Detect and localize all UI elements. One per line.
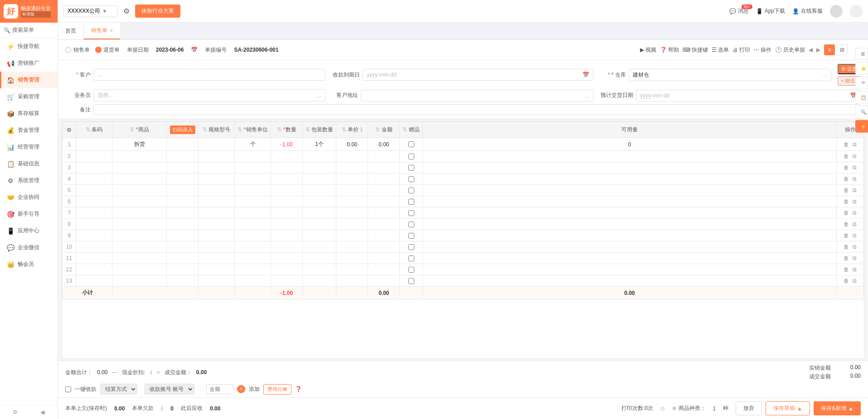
copy-row-btn[interactable]: ⧉: [853, 244, 857, 250]
cell-amount[interactable]: [368, 207, 400, 219]
delete-row-btn[interactable]: 🗑: [844, 232, 849, 239]
copy-row-btn[interactable]: ⧉: [853, 210, 857, 216]
cell-unit-price[interactable]: [336, 253, 368, 264]
cell-amount[interactable]: [368, 241, 400, 253]
delete-row-btn[interactable]: 🗑: [844, 266, 849, 273]
video-btn[interactable]: ▶ 视频: [640, 46, 656, 54]
tab-home[interactable]: 首页: [58, 23, 84, 39]
cell-spec[interactable]: [199, 185, 235, 196]
cell-pack-qty[interactable]: [303, 207, 336, 219]
prev-record-btn[interactable]: ◀: [809, 47, 813, 53]
user-avatar2[interactable]: [850, 5, 863, 18]
sidebar-item-system[interactable]: ⚙ 系统管理: [0, 172, 58, 189]
add-payment-btn[interactable]: +: [237, 385, 245, 393]
remark-input[interactable]: [93, 104, 861, 115]
scan-btn[interactable]: 扫码录入: [170, 125, 195, 134]
cell-product[interactable]: [112, 207, 167, 219]
cell-unit-price[interactable]: [336, 151, 368, 162]
cell-qty[interactable]: [271, 253, 303, 264]
cell-unit[interactable]: [235, 275, 271, 287]
history-btn[interactable]: 🕐 历史单据: [775, 46, 805, 54]
cell-qty[interactable]: [271, 151, 303, 162]
cell-gift[interactable]: [400, 264, 422, 275]
cell-pack-qty[interactable]: 1个: [303, 138, 336, 151]
cell-unit[interactable]: 个: [235, 138, 271, 151]
online-service-btn[interactable]: 👤 在线客服: [792, 7, 823, 15]
cell-unit-price[interactable]: [336, 230, 368, 241]
sidebar-item-guide[interactable]: 🎯 新手引导: [0, 206, 58, 222]
cell-gift[interactable]: [400, 196, 422, 207]
cell-product[interactable]: [112, 253, 167, 264]
cell-qty[interactable]: [271, 185, 303, 196]
expense-btn[interactable]: 费用分摊: [263, 384, 291, 395]
tab-close-btn[interactable]: ×: [110, 28, 113, 33]
cell-unit-price[interactable]: [336, 196, 368, 207]
message-btn[interactable]: 💬 消息 99+: [729, 7, 749, 15]
warehouse-input[interactable]: 建材仓 ...: [629, 69, 831, 81]
cell-barcode[interactable]: [76, 207, 112, 219]
trial-btn[interactable]: 体验行业方案: [135, 5, 180, 18]
copy-row-btn[interactable]: ⧉: [853, 176, 857, 182]
quick-btn-2[interactable]: ⭐: [855, 62, 868, 74]
salesperson-input[interactable]: 选择... ...: [93, 89, 325, 101]
cell-spec[interactable]: [199, 275, 235, 287]
delete-row-btn[interactable]: 🗑: [844, 221, 849, 227]
cell-unit-price[interactable]: [336, 207, 368, 219]
customer-input[interactable]: ...: [93, 69, 325, 81]
cell-spec[interactable]: [199, 207, 235, 219]
cell-pack-qty[interactable]: [303, 253, 336, 264]
cell-gift[interactable]: [400, 253, 422, 264]
account-select[interactable]: 收款账号 账号: [145, 384, 194, 395]
sidebar-item-quick-nav[interactable]: ⚡ 快捷导航: [0, 38, 58, 55]
product-kind-icon[interactable]: ⊙: [660, 405, 665, 412]
delete-row-btn[interactable]: 🗑: [844, 198, 849, 205]
delete-row-btn[interactable]: 🗑: [844, 278, 849, 284]
cell-amount[interactable]: [368, 196, 400, 207]
quick-btn-4[interactable]: 📋: [855, 91, 868, 103]
save-draft-btn[interactable]: 保存草稿 ▲: [766, 401, 810, 415]
cell-gift[interactable]: [400, 275, 422, 287]
cell-qty[interactable]: [271, 219, 303, 230]
cell-barcode[interactable]: [76, 241, 112, 253]
cell-product[interactable]: [112, 196, 167, 207]
copy-row-btn[interactable]: ⧉: [853, 266, 857, 273]
cell-amount[interactable]: 0.00: [368, 138, 400, 151]
cell-qty[interactable]: [271, 275, 303, 287]
cell-unit[interactable]: [235, 219, 271, 230]
sidebar-item-wechat[interactable]: 💬 企业微信: [0, 239, 58, 256]
cell-pack-qty[interactable]: [303, 264, 336, 275]
delete-row-btn[interactable]: 🗑: [844, 176, 849, 182]
action-btn[interactable]: ⋯ 操作: [754, 46, 771, 54]
cell-spec[interactable]: [199, 196, 235, 207]
cell-pack-qty[interactable]: [303, 162, 336, 173]
select-btn[interactable]: ☰ 选单: [712, 46, 729, 54]
copy-row-btn[interactable]: ⧉: [853, 187, 857, 193]
app-download-btn[interactable]: 📱 App下载: [756, 7, 785, 15]
sidebar-item-basic[interactable]: 📋 基础信息: [0, 155, 58, 172]
sidebar-item-sales[interactable]: 🏠 销售管理: [0, 72, 58, 88]
cell-unit[interactable]: [235, 241, 271, 253]
cell-amount[interactable]: [368, 219, 400, 230]
payment-date-input[interactable]: yyyy-mm-dd 📅: [363, 69, 593, 81]
copy-row-btn[interactable]: ⧉: [853, 198, 857, 205]
copy-row-btn[interactable]: ⧉: [853, 221, 857, 227]
quick-btn-1[interactable]: Itl: [855, 48, 868, 60]
cell-pack-qty[interactable]: [303, 230, 336, 241]
cell-qty[interactable]: [271, 173, 303, 185]
cell-product[interactable]: [112, 173, 167, 185]
cell-pack-qty[interactable]: [303, 196, 336, 207]
cell-unit-price[interactable]: [336, 264, 368, 275]
cell-qty[interactable]: [271, 264, 303, 275]
delete-row-btn[interactable]: 🗑: [844, 244, 849, 250]
cell-amount[interactable]: [368, 275, 400, 287]
copy-row-btn[interactable]: ⧉: [853, 164, 857, 171]
cell-spec[interactable]: [199, 138, 235, 151]
one-click-payment-checkbox[interactable]: [65, 386, 71, 392]
cell-unit[interactable]: [235, 230, 271, 241]
cell-unit[interactable]: [235, 264, 271, 275]
cell-spec[interactable]: [199, 264, 235, 275]
cell-product[interactable]: [112, 264, 167, 275]
cell-amount[interactable]: [368, 230, 400, 241]
sidebar-collapse-btn[interactable]: ◀: [31, 409, 54, 415]
cell-qty[interactable]: [271, 207, 303, 219]
